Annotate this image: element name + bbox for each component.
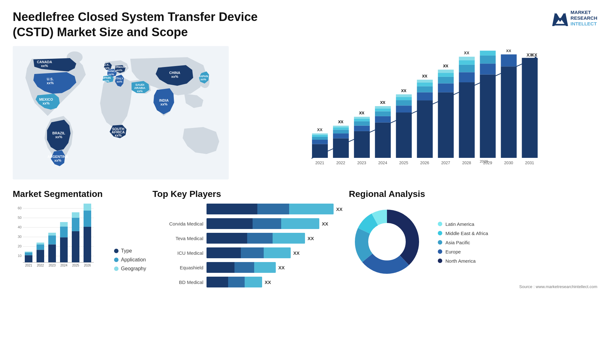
logo-area: MARKET RESEARCH INTELLECT — [552, 10, 597, 27]
svg-rect-133 — [37, 243, 44, 245]
svg-text:U.S.: U.S. — [47, 77, 53, 81]
player-row-1: XX — [152, 204, 342, 214]
svg-rect-42 — [312, 135, 328, 137]
svg-text:2023: 2023 — [357, 161, 366, 165]
svg-rect-51 — [354, 131, 370, 158]
player-row-2: Corvida Medical XX — [152, 218, 342, 229]
svg-text:XX: XX — [380, 100, 385, 104]
bar-light-5 — [254, 262, 276, 273]
asia-pacific-dot — [438, 240, 442, 245]
svg-text:2022: 2022 — [336, 161, 345, 165]
svg-rect-39 — [312, 144, 328, 158]
svg-text:SAUDI: SAUDI — [135, 83, 144, 86]
legend-type: Type — [114, 248, 146, 254]
player-bar-5 — [207, 262, 276, 273]
player-name-6: BD Medical — [152, 280, 203, 285]
player-val-2: XX — [322, 221, 328, 226]
legend-application-dot — [114, 258, 119, 262]
svg-text:xx%: xx% — [117, 69, 122, 72]
legend-asia-pacific: Asia Pacific — [438, 240, 488, 245]
logo-box: MARKET RESEARCH INTELLECT — [552, 10, 597, 27]
bar-mid-4 — [241, 247, 264, 258]
svg-rect-138 — [60, 226, 68, 237]
bar-mid-5 — [234, 262, 254, 273]
north-america-dot — [438, 259, 442, 263]
svg-rect-48 — [333, 127, 349, 130]
svg-rect-145 — [84, 204, 91, 211]
bar-dark-5 — [207, 262, 234, 273]
svg-rect-78 — [438, 73, 454, 77]
page-wrapper: Needlefree Closed System Transfer Device… — [0, 0, 610, 364]
svg-rect-83 — [459, 65, 475, 72]
svg-rect-69 — [417, 100, 433, 158]
source-text: Source : www.marketresearchintellect.com — [519, 284, 597, 289]
svg-text:XX: XX — [317, 128, 322, 132]
svg-rect-134 — [48, 245, 56, 263]
svg-rect-77 — [438, 77, 454, 84]
svg-text:XX: XX — [464, 51, 469, 55]
svg-rect-79 — [438, 70, 454, 73]
player-val-5: XX — [278, 265, 285, 270]
legend-latin-america: Latin America — [438, 221, 488, 227]
svg-rect-60 — [375, 108, 391, 111]
svg-text:2026: 2026 — [84, 264, 91, 267]
bar-chart-container: XX XX XX XX — [238, 46, 597, 179]
player-row-3: Teva Medical XX — [152, 233, 342, 244]
svg-rect-67 — [396, 94, 412, 97]
bar-mid-1 — [257, 204, 289, 214]
player-val-1: XX — [336, 206, 342, 212]
page-title: Needlefree Closed System Transfer Device… — [13, 10, 299, 40]
svg-text:2021: 2021 — [315, 161, 324, 165]
svg-text:30: 30 — [18, 235, 22, 239]
svg-rect-46 — [333, 133, 349, 138]
svg-text:2030: 2030 — [504, 161, 513, 165]
svg-rect-82 — [459, 72, 475, 82]
svg-text:2023: 2023 — [49, 264, 56, 267]
svg-rect-53 — [354, 121, 370, 126]
svg-rect-94 — [522, 58, 538, 158]
header: Needlefree Closed System Transfer Device… — [13, 10, 597, 40]
logo-icon — [552, 10, 568, 26]
svg-text:2022: 2022 — [37, 264, 44, 267]
legend-geography-label: Geography — [121, 266, 146, 272]
player-bar-1 — [207, 204, 334, 214]
svg-rect-90 — [480, 51, 496, 56]
legend-application-label: Application — [121, 257, 146, 263]
player-bar-wrap-5: XX — [207, 262, 342, 273]
svg-rect-66 — [396, 97, 412, 100]
latin-america-dot — [438, 222, 442, 226]
player-bar-wrap-4: XX — [207, 247, 342, 258]
legend-geography: Geography — [114, 266, 146, 272]
north-america-label: North America — [445, 258, 476, 264]
svg-rect-129 — [25, 253, 32, 255]
svg-rect-89 — [480, 56, 496, 64]
svg-rect-72 — [417, 83, 433, 86]
svg-text:ITALY: ITALY — [116, 77, 124, 80]
svg-rect-139 — [60, 222, 68, 226]
player-row-6: BD Medical XX — [152, 277, 342, 287]
svg-rect-45 — [333, 138, 349, 158]
legend-geography-dot — [114, 266, 119, 271]
donut-chart — [349, 204, 425, 280]
svg-text:60: 60 — [18, 206, 22, 210]
svg-text:xx%: xx% — [200, 78, 206, 81]
player-bar-4 — [207, 247, 291, 258]
svg-rect-49 — [333, 126, 349, 127]
svg-rect-85 — [459, 57, 475, 60]
svg-text:JAPAN: JAPAN — [199, 75, 208, 78]
svg-text:2024: 2024 — [60, 264, 68, 267]
svg-rect-81 — [459, 82, 475, 158]
svg-text:xx%: xx% — [54, 158, 61, 162]
logo-text: MARKET RESEARCH INTELLECT — [571, 10, 597, 27]
svg-text:xx%: xx% — [47, 81, 54, 85]
svg-rect-130 — [25, 252, 32, 253]
svg-text:2021: 2021 — [25, 264, 32, 267]
player-bar-wrap-6: XX — [207, 277, 342, 287]
seg-chart: 60 50 40 30 20 10 — [13, 204, 109, 275]
svg-text:XX: XX — [422, 74, 427, 78]
legend-type-dot — [114, 249, 119, 253]
svg-rect-88 — [480, 64, 496, 74]
svg-rect-59 — [375, 111, 391, 116]
svg-text:SPAIN: SPAIN — [102, 76, 111, 79]
bar-mid-6 — [228, 277, 245, 287]
